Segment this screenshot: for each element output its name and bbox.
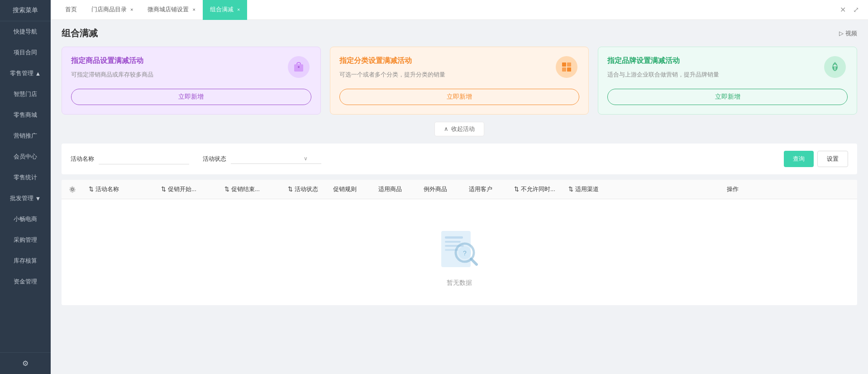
empty-state: ? 暂无数据 [62,199,857,305]
th-activity-name: ⇅ 活动名称 [83,185,156,193]
sidebar-settings[interactable]: ⚙ [0,352,51,374]
sidebar-search[interactable]: 搜索菜单 [0,0,51,21]
sort-icon[interactable]: ⇅ [514,186,519,192]
svg-rect-7 [445,236,463,239]
th-promo-rule: 促销规则 [328,185,373,193]
th-promo-end: ⇅ 促销结束... [219,185,282,193]
sidebar-item-smart-store[interactable]: 智慧门店 [0,84,51,105]
card-product-desc: 可指定滞销商品或库存较多商品 [71,70,311,80]
tab-combo-discount[interactable]: 组合满减 × [203,0,247,20]
filter-activity-name-label: 活动名称 [71,155,94,163]
sidebar-item-wholesale-label: 批发管理 [10,194,33,202]
filter-bar: 活动名称 活动状态 ∨ 查询 设置 [62,144,857,174]
sidebar-item-member-center[interactable]: 会员中心 [0,146,51,167]
sidebar: 搜索菜单 快捷导航 项目合同 零售管理 ▲ 智慧门店 零售商城 营销推广 会员中… [0,0,51,374]
tab-combo-discount-close[interactable]: × [237,7,240,12]
filter-activity-status-label: 活动状态 [203,155,226,163]
card-brand-icon [824,56,846,78]
sidebar-item-retail-mall[interactable]: 零售商城 [0,105,51,125]
tab-combo-discount-label: 组合满减 [210,5,234,14]
sidebar-item-purchase[interactable]: 采购管理 [0,230,51,250]
sort-icon[interactable]: ⇅ [288,186,293,192]
tab-home-label: 首页 [65,5,77,14]
table-section: ⇅ 活动名称 ⇅ 促销开始... ⇅ 促销结束... ⇅ 活动状态 促销规则 [62,180,857,305]
svg-line-13 [471,259,477,264]
tab-wechat-shop[interactable]: 微商城店铺设置 × [140,0,202,20]
card-product-add-button[interactable]: 立即新增 [71,89,311,105]
query-button[interactable]: 查询 [784,151,814,167]
tab-store-catalog[interactable]: 门店商品目录 × [84,0,140,20]
collapse-icon: ∧ [444,125,448,132]
main-area: 首页 门店商品目录 × 微商城店铺设置 × 组合满减 × ✕ ⤢ 组合满减 ▷ … [51,0,868,374]
sort-icon[interactable]: ⇅ [224,186,229,192]
video-link[interactable]: ▷ 视频 [839,29,857,38]
card-brand: 指定品牌设置满减活动 适合与上游企业联合做营销，提升品牌销量 立即新增 [598,47,857,115]
th-gear[interactable] [62,186,83,193]
sort-icon[interactable]: ⇅ [89,186,94,192]
th-not-allow: ⇅ 不允许同时... [509,185,563,193]
window-maximize-button[interactable]: ⤢ [851,5,861,14]
gear-icon: ⚙ [22,360,29,367]
video-label: 视频 [845,29,857,38]
window-close-button[interactable]: ✕ [838,5,848,14]
collapse-button[interactable]: ∧ 收起活动 [434,122,484,136]
tab-store-catalog-close[interactable]: × [130,7,133,12]
th-except-goods: 例外商品 [418,185,463,193]
settings-button[interactable]: 设置 [817,151,848,167]
chevron-down-icon: ▼ [35,195,41,202]
empty-state-text: 暂无数据 [447,279,472,287]
th-applicable-customer: 适用客户 [463,185,509,193]
th-action: 操作 [608,185,857,193]
page-content: 组合满减 ▷ 视频 指定商品设置满减活动 可指定滞销商品或库存较多商品 [51,20,868,374]
card-product: 指定商品设置满减活动 可指定滞销商品或库存较多商品 立即新增 [62,47,321,115]
sidebar-item-wholesale-mgmt[interactable]: 批发管理 ▼ [0,188,51,209]
svg-point-1 [298,66,300,68]
page-title: 组合满减 [62,27,98,39]
cards-section: 指定商品设置满减活动 可指定滞销商品或库存较多商品 立即新增 指定分类设置满减活… [62,47,857,115]
tab-store-catalog-label: 门店商品目录 [91,5,127,14]
svg-text:?: ? [463,249,467,257]
sidebar-item-finance[interactable]: 资金管理 [0,271,51,292]
sidebar-item-inventory[interactable]: 库存核算 [0,250,51,271]
sidebar-item-xiaochang[interactable]: 小畅电商 [0,209,51,230]
card-brand-desc: 适合与上游企业联合做营销，提升品牌销量 [607,70,848,80]
filter-activity-status-group: 活动状态 ∨ [203,153,321,164]
card-product-title: 指定商品设置满减活动 [71,56,311,66]
card-category-desc: 可选一个或者多个分类，提升分类的销量 [339,70,580,80]
filter-activity-name-input[interactable] [99,153,189,164]
svg-rect-5 [567,67,571,72]
page-header: 组合满减 ▷ 视频 [62,27,857,39]
svg-rect-3 [567,62,571,67]
chevron-up-icon: ▲ [35,70,41,77]
collapse-bar: ∧ 收起活动 [62,122,857,136]
tab-bar: 首页 门店商品目录 × 微商城店铺设置 × 组合满减 × ✕ ⤢ [51,0,868,20]
th-promo-start: ⇅ 促销开始... [156,185,219,193]
svg-rect-4 [562,67,566,72]
sidebar-item-retail-stats[interactable]: 零售统计 [0,167,51,188]
card-category-add-button[interactable]: 立即新增 [339,89,580,105]
th-activity-status: ⇅ 活动状态 [282,185,328,193]
card-brand-add-button[interactable]: 立即新增 [607,89,848,105]
tab-wechat-shop-close[interactable]: × [192,7,195,12]
card-category-icon [556,56,577,78]
filter-buttons: 查询 设置 [784,151,848,167]
empty-illustration: ? [432,226,486,272]
filter-activity-name-group: 活动名称 [71,153,189,164]
play-icon: ▷ [839,30,844,37]
sidebar-item-retail-mgmt-label: 零售管理 [10,69,33,77]
collapse-label: 收起活动 [451,125,475,133]
card-product-icon [288,56,310,78]
th-applicable-goods: 适用商品 [373,185,418,193]
filter-activity-status-select[interactable]: ∨ [231,153,321,164]
sort-icon[interactable]: ⇅ [161,186,166,192]
card-category: 指定分类设置满减活动 可选一个或者多个分类，提升分类的销量 立即新增 [330,47,589,115]
table-header: ⇅ 活动名称 ⇅ 促销开始... ⇅ 促销结束... ⇅ 活动状态 促销规则 [62,180,857,199]
sidebar-item-marketing[interactable]: 营销推广 [0,125,51,146]
th-applicable-channel: ⇅ 适用渠道 [563,185,608,193]
sidebar-item-quick-nav[interactable]: 快捷导航 [0,21,51,42]
sort-icon[interactable]: ⇅ [568,186,573,192]
sidebar-item-retail-mgmt[interactable]: 零售管理 ▲ [0,63,51,84]
sidebar-item-project-contract[interactable]: 项目合同 [0,42,51,63]
card-category-title: 指定分类设置满减活动 [339,56,580,66]
tab-home[interactable]: 首页 [58,0,84,20]
